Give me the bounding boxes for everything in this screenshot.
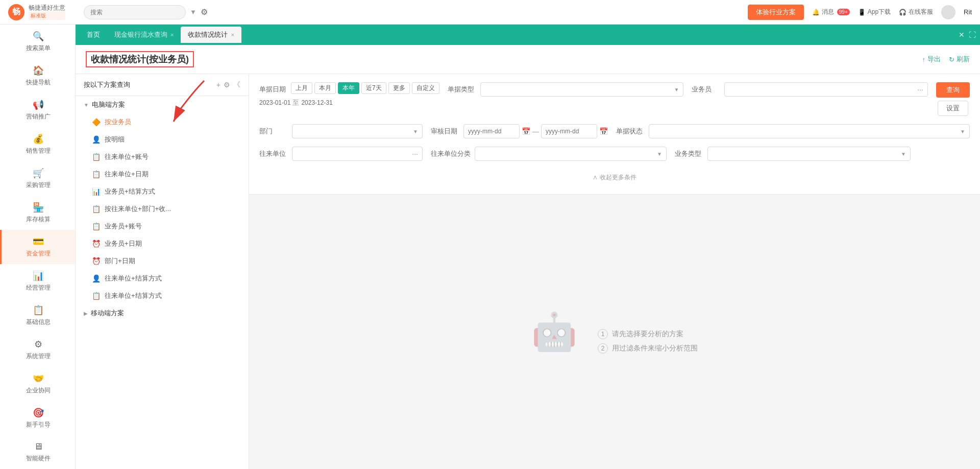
review-date-to[interactable] [541, 124, 597, 138]
tab-collection[interactable]: 收款情况统计 × [181, 27, 241, 43]
counterpart-select[interactable]: ··· [292, 147, 423, 161]
maximize-window-icon[interactable]: ⛶ [969, 31, 976, 39]
counterpart-classify-select[interactable]: ▼ [475, 147, 667, 161]
counterpart-label: 往来单位 [259, 149, 288, 158]
sidebar-item-search[interactable]: 🔍 搜索菜单 [0, 25, 75, 59]
scheme-item-unit-dept[interactable]: 📋 按往来单位+部门+收... [76, 200, 249, 218]
main-layout: 🔍 搜索菜单 🏠 快捷导航 📢 营销推广 💰 销售管理 🛒 采购管理 🏪 库存核… [0, 0, 980, 469]
scheme-header: 按以下方案查询 + ⚙ 《 [76, 74, 249, 96]
tab-home[interactable]: 首页 [80, 27, 107, 43]
app-download-action[interactable]: 📱 App下载 [858, 8, 891, 16]
sidebar-item-hardware[interactable]: 🖥 智能硬件 [0, 435, 75, 469]
step-2-num: 2 [598, 343, 608, 354]
guide-icon: 🎯 [33, 407, 44, 418]
staff-field: 业务员 ··· [692, 82, 928, 97]
chevron-down-icon[interactable]: ▼ [190, 8, 197, 16]
enterprise-icon: 🤝 [33, 373, 44, 384]
settings-scheme-icon[interactable]: ⚙ [224, 81, 230, 89]
hardware-icon: 🖥 [34, 441, 43, 452]
logo-text: 畅捷通好生意 [29, 4, 65, 12]
scheme-item-by-detail[interactable]: 👤 按明细 [76, 131, 249, 148]
query-button[interactable]: 查询 [936, 82, 970, 98]
sidebar-item-enterprise[interactable]: 🤝 企业协同 [0, 367, 75, 401]
sidebar-item-basic[interactable]: 📋 基础信息 [0, 298, 75, 333]
date-btn-this-month[interactable]: 本月 [314, 82, 336, 94]
export-button[interactable]: ↑ 导出 [922, 55, 941, 64]
sidebar-item-system[interactable]: ⚙ 系统管理 [0, 333, 75, 367]
sidebar: 🔍 搜索菜单 🏠 快捷导航 📢 营销推广 💰 销售管理 🛒 采购管理 🏪 库存核… [0, 25, 76, 469]
scheme-item-unit-settle[interactable]: 👤 往来单位+结算方式 [76, 270, 249, 287]
settings-icon[interactable]: ⚙ [201, 7, 208, 17]
refresh-button[interactable]: ↻ 刷新 [949, 55, 970, 64]
dept-date-icon: ⏰ [92, 257, 101, 265]
scheme-group-mobile-header[interactable]: ▶ 移动端方案 [76, 304, 249, 322]
scheme-item-staff-date[interactable]: ⏰ 业务员+日期 [76, 235, 249, 252]
trial-button[interactable]: 体验行业方案 [748, 5, 804, 20]
scheme-actions: + ⚙ 《 [216, 80, 240, 89]
sidebar-item-marketing[interactable]: 📢 营销推广 [0, 93, 75, 127]
messages-action[interactable]: 🔔 消息 99+ [812, 8, 850, 16]
page-header: 收款情况统计(按业务员) ↑ 导出 ↻ 刷新 [76, 45, 980, 74]
date-btn-prev-month[interactable]: 上月 [291, 82, 312, 94]
sidebar-item-sales[interactable]: 💰 销售管理 [0, 127, 75, 161]
sidebar-item-operations[interactable]: 📊 经营管理 [0, 264, 75, 298]
service-icon: 🎧 [899, 9, 906, 16]
review-date-from[interactable] [463, 124, 520, 138]
sidebar-item-guide[interactable]: 🎯 新手引导 [0, 401, 75, 435]
business-type-select[interactable]: ▼ [707, 147, 911, 161]
scheme-group-desktop-header[interactable]: ▼ 电脑端方案 [76, 96, 249, 113]
bill-status-select[interactable]: ▼ [649, 124, 970, 138]
empty-step-1: 1 请先选择要分析的方案 [598, 329, 698, 339]
sidebar-item-purchase[interactable]: 🛒 采购管理 [0, 161, 75, 196]
online-service-action[interactable]: 🎧 在线客服 [899, 8, 933, 16]
settings-button[interactable]: 设置 [938, 101, 968, 116]
more-icon[interactable]: ··· [917, 85, 923, 93]
collapse-scheme-icon[interactable]: 《 [233, 80, 240, 89]
staff-select[interactable]: ··· [724, 82, 928, 97]
chevron-down-icon: ▼ [413, 129, 418, 134]
more-icon-2[interactable]: ··· [412, 150, 418, 158]
btn-group: 查询 设置 [936, 82, 970, 116]
search-input[interactable] [84, 5, 186, 19]
date-btn-more[interactable]: 更多 [388, 82, 410, 94]
add-scheme-icon[interactable]: + [216, 81, 220, 89]
date-from-display: 2023-01-01 [259, 99, 290, 106]
scheme-item-unit-settle2[interactable]: 📋 往来单位+结算方式 [76, 287, 249, 304]
calendar-icon-2[interactable]: 📅 [599, 127, 608, 135]
tab-close-bank[interactable]: × [170, 32, 174, 38]
staff-settle-icon: 📊 [92, 187, 101, 196]
counterpart-classify-field: 往来单位分类 ▼ [431, 147, 667, 161]
date-btn-this-year[interactable]: 本年 [338, 82, 359, 94]
username-label: Rit [964, 8, 972, 16]
scheme-item-staff-account[interactable]: 📋 业务员+账号 [76, 218, 249, 235]
scheme-item-unit-date[interactable]: 📋 往来单位+日期 [76, 166, 249, 183]
sidebar-item-capital[interactable]: 💳 资金管理 [0, 230, 75, 264]
collapse-more-btn[interactable]: ∧ 收起更多条件 [259, 169, 970, 186]
date-btn-7days[interactable]: 近7天 [361, 82, 386, 94]
calendar-icon[interactable]: 📅 [522, 127, 530, 135]
close-window-icon[interactable]: ✕ [959, 31, 965, 39]
bill-type-select[interactable]: ▼ [480, 82, 684, 97]
unit-dept-icon: 📋 [92, 205, 101, 213]
notification-badge: 99+ [837, 9, 850, 15]
scheme-item-staff-settle[interactable]: 📊 业务员+结算方式 [76, 183, 249, 200]
sidebar-item-quicknav[interactable]: 🏠 快捷导航 [0, 59, 75, 93]
chevron-down-icon: ▼ [657, 151, 662, 157]
bill-type-field: 单据类型 ▼ [448, 82, 684, 97]
result-area: 🤖 1 请先选择要分析的方案 2 用过滤条件来缩小分析范围 [249, 195, 980, 469]
tab-close-collection[interactable]: × [231, 32, 234, 38]
operations-icon: 📊 [33, 270, 44, 282]
sidebar-item-inventory[interactable]: 🏪 库存核算 [0, 196, 75, 230]
dept-select[interactable]: ▼ [292, 124, 423, 138]
scheme-item-unit-account[interactable]: 📋 往来单位+账号 [76, 148, 249, 166]
avatar[interactable] [941, 5, 955, 19]
left-panel: 按以下方案查询 + ⚙ 《 ▼ 电脑端方案 🔶 按业务员 [76, 74, 249, 469]
date-btn-custom[interactable]: 自定义 [412, 82, 439, 94]
scheme-item-by-staff[interactable]: 🔶 按业务员 [76, 113, 249, 131]
system-icon: ⚙ [34, 339, 42, 350]
scheme-item-dept-date[interactable]: ⏰ 部门+日期 [76, 252, 249, 270]
arrow-down-icon: ▼ [84, 102, 89, 108]
quick-dates: 上月 本月 本年 近7天 更多 自定义 [291, 82, 439, 94]
tab-bank[interactable]: 现金银行流水查询 × [107, 27, 181, 43]
chevron-down-icon: ▼ [901, 151, 906, 157]
